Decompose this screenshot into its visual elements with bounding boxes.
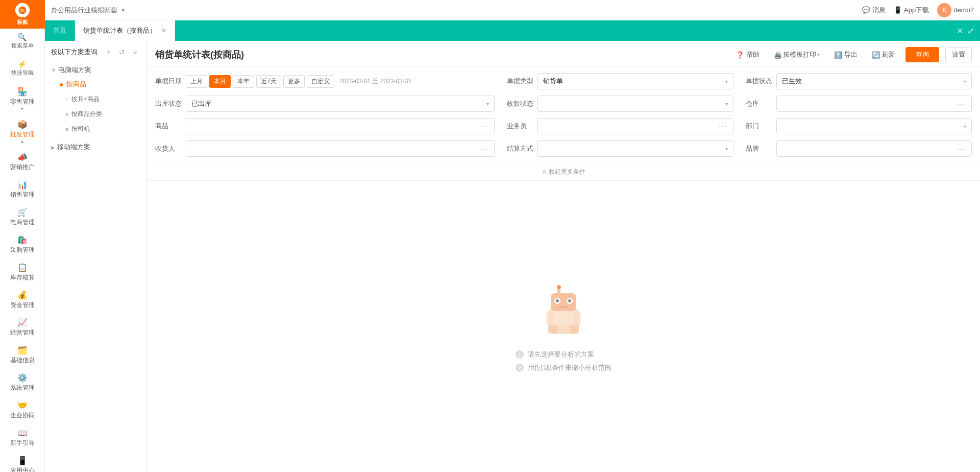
brand-label: 品牌 [746,144,776,153]
query-btn[interactable]: 查询 [905,47,939,62]
product-input[interactable]: ··· [186,118,495,134]
window-close-btn[interactable]: ✕ [957,26,963,36]
print-btn[interactable]: 🖨️ 按模板打印 ▾ [770,48,824,61]
date-more[interactable]: 更多 [283,75,305,88]
receiver-input[interactable]: ··· [186,140,495,157]
app-logo: 畅 标账 [0,0,45,29]
sales-icon: 📊 [17,180,28,190]
date-last-month[interactable]: 上月 [186,75,207,88]
desktop-scheme-header[interactable]: ▼ 电脑端方案 [45,63,146,77]
user-info[interactable]: E demo2 [937,3,974,17]
sidebar-item-wholesale[interactable]: 📦 批发管理 ▲ [0,115,44,148]
doc-status-select[interactable]: 已生效 ▾ [776,73,972,89]
sidebar-item-marketing[interactable]: 📣 营销推广 [0,148,44,176]
sidebar-item-purchase[interactable]: 🛍️ 采购管理 [0,231,44,258]
sidebar-item-quicknav[interactable]: ⚡ 快捷导航 [0,56,44,81]
tab-close-icon[interactable]: ✕ [161,27,166,34]
mobile-scheme-header[interactable]: ▶ 移动端方案 [45,140,146,154]
sidebar: 畅 标账 🔍 搜索菜单 ⚡ 快捷导航 🏪 零售管理 ▼ 📦 批发管理 ▲ 📣 营… [0,0,45,472]
svg-point-10 [568,299,571,302]
avatar: E [937,3,951,17]
sidebar-item-appcenter[interactable]: 📱 应用中心 [0,452,44,472]
print-label: 按模板打印 [783,50,816,59]
ecommerce-label: 电商管理 [10,218,35,227]
sidebar-item-enterprise[interactable]: 🤝 企业协同 [0,396,44,424]
svg-rect-4 [546,311,553,325]
purchase-icon: 🛍️ [17,235,28,245]
app-title: 办公用品行业模拟账套 [51,6,117,15]
date-this-year[interactable]: 本年 [233,75,254,88]
date-this-month[interactable]: 本月 [209,75,231,88]
refresh-scheme-btn[interactable]: ↺ [117,47,127,57]
appcenter-label: 应用中心 [10,466,35,472]
app-download-action[interactable]: 📱 App下载 [894,6,929,15]
message-action[interactable]: 💬 消息 [862,6,886,15]
message-icon: 💬 [862,6,870,14]
sidebar-item-finance[interactable]: 💰 资金管理 [0,286,44,314]
collapse-bar[interactable]: ∧ 收起更多条件 [147,163,980,181]
desktop-scheme-label: 电脑端方案 [58,65,91,75]
sidebar-item-search[interactable]: 🔍 搜索菜单 [0,29,44,54]
window-expand-btn[interactable]: ⤢ [967,26,974,36]
svg-point-13 [557,285,561,289]
sidebar-item-retail[interactable]: 🏪 零售管理 ▼ [0,83,44,115]
page-content: 按以下方案查询 ＋ ↺ « ▼ 电脑端方案 ● 按商品 ≡ [45,41,980,472]
message-label: 消息 [872,6,886,15]
finance-icon: 💰 [17,290,28,300]
sidebar-quicknav-label: 快捷导航 [0,69,44,77]
salesperson-input[interactable]: ··· [537,118,733,134]
help-label: 帮助 [746,50,760,59]
wholesale-label: 批发管理 [10,130,35,139]
export-label: 导出 [844,50,857,59]
date-custom[interactable]: 自定义 [307,75,334,88]
sidebar-item-operation[interactable]: 📈 经营管理 [0,314,44,341]
settings-label: 设置 [952,51,965,58]
main-area: 办公用品行业模拟账套 ▾ 💬 消息 📱 App下载 E demo2 首页 [45,0,980,472]
sidebar-item-system[interactable]: ⚙️ 系统管理 [0,369,44,396]
refresh-btn[interactable]: 🔄 刷新 [868,48,899,61]
help-btn[interactable]: ❓ 帮助 [732,48,764,61]
scheme-by-product-category[interactable]: ≡ 按商品分类 [45,107,146,122]
doc-type-select[interactable]: 销货单 ▾ [537,73,733,89]
svg-text:畅: 畅 [20,8,24,13]
payment-select[interactable]: ▾ [537,96,733,112]
settings-btn[interactable]: 设置 [945,47,972,62]
tip-num-2: 2 [516,364,524,372]
empty-tip-1: 1 请先选择要分析的方案 [516,350,611,359]
product-dots: ··· [480,122,489,130]
add-scheme-btn[interactable]: ＋ [104,47,114,57]
tab-home[interactable]: 首页 [45,20,75,41]
sidebar-item-inventory[interactable]: 📋 库存核算 [0,258,44,286]
sidebar-item-basic[interactable]: 🗂️ 基础信息 [0,341,44,369]
svg-rect-5 [574,311,581,325]
doc-type-value: 销货单 [543,77,563,86]
settlement-select[interactable]: ▾ [537,140,733,157]
scheme-by-product[interactable]: ● 按商品 [45,77,146,92]
tab-sales-stats[interactable]: 销货单统计表（按商品） ✕ [75,20,175,41]
sidebar-item-newguide[interactable]: 📖 新手引导 [0,424,44,452]
scheme-by-warehouse[interactable]: ≡ 按司机 [45,122,146,136]
warehouse-field: 仓库 ··· [746,96,972,112]
warehouse-label: 仓库 [746,99,776,108]
svg-rect-12 [557,288,560,295]
warehouse-input[interactable]: ··· [776,96,972,112]
collapse-panel-btn[interactable]: « [130,47,140,57]
logo-text: 标账 [17,18,28,26]
department-select[interactable]: ▾ [776,118,972,134]
query-label: 查询 [916,51,929,58]
product-field: 商品 ··· [155,118,495,134]
filter-form: 单据日期 上月 本月 本年 近7天 更多 自定义 2023-03-01 至 20… [147,67,980,163]
export-btn[interactable]: ⬆️ 导出 [830,48,862,61]
brand-input[interactable]: ··· [776,140,972,157]
department-field: 部门 ▾ [746,118,972,134]
sidebar-item-ecommerce[interactable]: 🛒 电商管理 [0,203,44,231]
mobile-scheme-arrow: ▶ [51,145,55,150]
outbound-select[interactable]: 已出库 ▾ [186,96,495,112]
marketing-icon: 📣 [17,152,28,162]
scheme-by-month-product[interactable]: ≡ 按月+商品 [45,92,146,107]
collapse-label: ∧ 收起更多条件 [542,168,585,175]
sidebar-item-sales[interactable]: 📊 销售管理 [0,176,44,203]
enterprise-icon: 🤝 [17,400,28,410]
date-last-7[interactable]: 近7天 [256,75,281,88]
dropdown-arrow[interactable]: ▾ [121,6,125,14]
